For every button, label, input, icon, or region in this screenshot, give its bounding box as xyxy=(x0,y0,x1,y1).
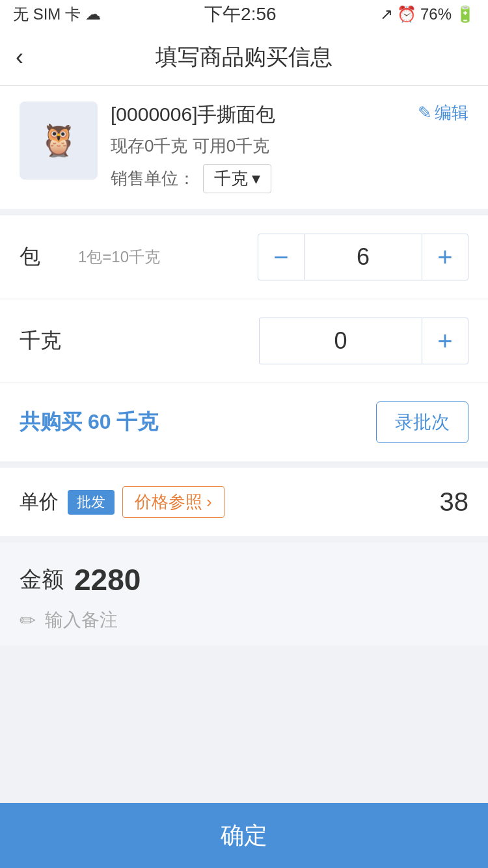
price-type-tag: 批发 xyxy=(68,490,115,515)
confirm-button-label: 确定 xyxy=(221,820,267,852)
page-title: 填写商品购买信息 xyxy=(156,42,332,72)
battery-icon: 🔋 xyxy=(455,5,475,23)
edit-icon: ✎ xyxy=(418,103,432,123)
pack-hint: 1包=10千克 xyxy=(78,247,258,267)
price-section: 单价 批发 价格参照 › 38 xyxy=(0,468,488,543)
price-value: 38 xyxy=(440,487,469,517)
pack-label: 包 xyxy=(20,243,72,271)
alarm-icon: ⏰ xyxy=(397,5,416,23)
price-label: 单价 xyxy=(20,489,59,515)
sim-status: 无 SIM 卡 ☁ xyxy=(13,4,101,25)
pencil-icon: ✏ xyxy=(20,609,36,632)
status-time: 下午2:56 xyxy=(204,2,277,27)
product-stock: 现存0千克 可用0千克 xyxy=(111,135,405,157)
back-button[interactable]: ‹ xyxy=(16,44,23,71)
product-card: 🦉 [0000006]手撕面包 现存0千克 可用0千克 销售单位： 千克 ▾ ✎… xyxy=(0,86,488,215)
nav-bar: ‹ 填写商品购买信息 xyxy=(0,29,488,86)
price-ref-button[interactable]: 价格参照 › xyxy=(122,486,224,518)
amount-row: 金额 2280 xyxy=(20,562,468,597)
total-amount: 60 xyxy=(88,410,111,433)
pack-plus-button[interactable]: + xyxy=(422,234,468,280)
quantity-kg-row: 千克 + xyxy=(0,299,488,383)
status-bar: 无 SIM 卡 ☁ 下午2:56 ↗ ⏰ 76% 🔋 xyxy=(0,0,488,29)
quantity-pack-row: 包 1包=10千克 − + xyxy=(0,215,488,299)
total-label: 共购买 60 千克 xyxy=(20,408,158,437)
status-left: 无 SIM 卡 ☁ xyxy=(13,4,101,25)
price-ref-label: 价格参照 xyxy=(135,491,202,513)
status-right: ↗ ⏰ 76% 🔋 xyxy=(380,5,475,23)
batch-button[interactable]: 录批次 xyxy=(376,401,468,443)
battery-level: 76% xyxy=(420,5,452,23)
amount-section: 金额 2280 ✏ 输入备注 xyxy=(0,543,488,645)
pack-minus-button[interactable]: − xyxy=(258,234,305,280)
product-name: [0000006]手撕面包 xyxy=(111,102,405,128)
product-right: ✎ 编辑 xyxy=(418,102,468,124)
remark-placeholder: 输入备注 xyxy=(45,608,118,632)
product-unit-row: 销售单位： 千克 ▾ xyxy=(111,164,405,193)
edit-label: 编辑 xyxy=(435,102,468,124)
footer[interactable]: 确定 xyxy=(0,803,488,868)
amount-value: 2280 xyxy=(74,562,141,597)
total-row: 共购买 60 千克 录批次 xyxy=(0,383,488,468)
location-icon: ↗ xyxy=(380,5,393,23)
remark-row[interactable]: ✏ 输入备注 xyxy=(20,608,468,632)
pack-controls: − + xyxy=(258,234,468,280)
unit-chevron-icon: ▾ xyxy=(252,169,260,189)
unit-label: 销售单位： xyxy=(111,167,195,190)
content: 🦉 [0000006]手撕面包 现存0千克 可用0千克 销售单位： 千克 ▾ ✎… xyxy=(0,86,488,711)
kg-plus-button[interactable]: + xyxy=(422,318,468,364)
kg-controls: + xyxy=(259,318,468,364)
kg-quantity-input[interactable] xyxy=(259,318,422,364)
unit-selector[interactable]: 千克 ▾ xyxy=(203,164,271,193)
product-logo-icon: 🦉 xyxy=(39,122,78,159)
unit-value: 千克 xyxy=(214,167,248,190)
product-thumbnail: 🦉 xyxy=(20,102,98,180)
kg-label: 千克 xyxy=(20,327,72,355)
product-info: [0000006]手撕面包 现存0千克 可用0千克 销售单位： 千克 ▾ xyxy=(111,102,405,193)
amount-label: 金额 xyxy=(20,565,64,595)
edit-button[interactable]: ✎ 编辑 xyxy=(418,102,468,124)
price-ref-chevron-icon: › xyxy=(206,492,212,512)
pack-quantity-input[interactable] xyxy=(305,234,422,280)
